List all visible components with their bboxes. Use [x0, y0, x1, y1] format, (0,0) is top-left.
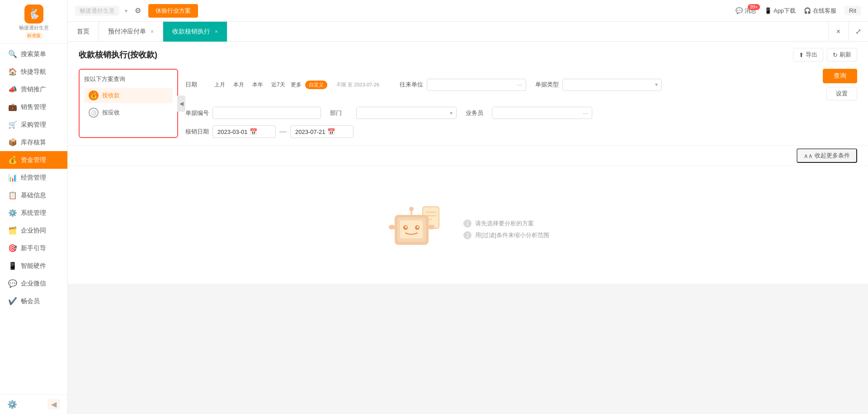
- sidebar-item-basic[interactable]: 📋 基础信息: [0, 186, 67, 204]
- setting-button[interactable]: 设置: [826, 87, 857, 100]
- verify-date-end-input[interactable]: 2023-07-21 📅: [290, 125, 354, 138]
- date-tag-this-year[interactable]: 本年: [250, 80, 266, 90]
- partner-dots-icon[interactable]: ···: [513, 81, 526, 88]
- date-tag-this-month[interactable]: 本月: [231, 80, 247, 90]
- sidebar-item-beginner[interactable]: 🎯 新手引导: [0, 239, 67, 257]
- tab-prepay[interactable]: 预付冲应付单 ×: [99, 22, 163, 42]
- sidebar-settings-icon[interactable]: ⚙️: [7, 400, 17, 409]
- dept-label: 部门: [330, 109, 353, 117]
- topbar-brand-text: 畅捷通好生意: [75, 6, 119, 16]
- filter-option-receivable-label: 按应收: [102, 109, 120, 117]
- page-header-actions: ⬆ 导出 ↻ 刷新: [793, 48, 857, 62]
- tab-receipt-cancel-label: 收款核销执行: [172, 28, 210, 36]
- sidebar-item-system[interactable]: ⚙️ 系统管理: [0, 204, 67, 222]
- voucher-type-select[interactable]: ▾: [562, 79, 662, 91]
- gear-icon[interactable]: ⚙: [135, 6, 141, 15]
- filter-voucher-no-field: 单据编号: [185, 107, 321, 119]
- empty-state: 1 请先选择要分析的方案 2 用[过滤]条件来缩小分析范围: [68, 166, 868, 284]
- sidebar-item-label: 智能硬件: [21, 262, 46, 270]
- employee-label: 业务员: [466, 109, 488, 117]
- sidebar-bottom: ⚙️ ◀: [0, 394, 67, 414]
- empty-illustration: [387, 202, 445, 257]
- sidebar-collapse-icon[interactable]: ◀: [47, 399, 60, 409]
- collapse-more-label: 收起更多条件: [815, 152, 850, 160]
- tab-receipt-cancel-close-icon[interactable]: ×: [215, 29, 218, 35]
- close-icon: ×: [836, 28, 840, 36]
- calendar-start-icon: 📅: [250, 128, 257, 135]
- export-button[interactable]: ⬆ 导出: [793, 48, 823, 62]
- filter-collapse-button[interactable]: ◀: [177, 95, 185, 112]
- sidebar-item-purchase[interactable]: 🛒 采购管理: [0, 116, 67, 133]
- verify-date-end-value: 2023-07-21: [295, 128, 326, 135]
- inventory-icon: 📦: [8, 138, 17, 147]
- finance-icon: 💰: [8, 156, 17, 164]
- app-download-button[interactable]: 📱 App下载: [764, 7, 796, 15]
- sidebar-item-weixin[interactable]: 💬 企业微信: [0, 275, 67, 292]
- partner-label: 往来单位: [400, 81, 423, 89]
- employee-select[interactable]: ···: [492, 107, 592, 119]
- empty-hint-2: 2 用[过滤]条件来缩小分析范围: [463, 231, 549, 239]
- date-more-button[interactable]: 更多: [291, 81, 302, 89]
- tab-receipt-cancel[interactable]: 收款核销执行 ×: [163, 22, 227, 42]
- filter-scheme-panel: 按以下方案查询 💰 按收款 🕒 按应收 ◀: [79, 69, 178, 138]
- dept-arrow-icon[interactable]: ▾: [446, 110, 456, 116]
- filter-verify-date-field: 核销日期 2023-03-01 📅 — 2023-07-21 📅: [185, 125, 354, 138]
- tab-prepay-close-icon[interactable]: ×: [151, 29, 154, 35]
- refresh-label: 刷新: [840, 51, 851, 59]
- date-tag-last-month[interactable]: 上月: [212, 80, 228, 90]
- solution-button[interactable]: 休验行业方案: [148, 4, 198, 18]
- voucher-type-input[interactable]: [563, 79, 651, 90]
- refresh-button[interactable]: ↻ 刷新: [827, 48, 857, 62]
- date-tag-7days[interactable]: 近7天: [269, 80, 288, 90]
- query-button[interactable]: 查询: [823, 69, 857, 83]
- page-title: 收款核销执行(按收款): [79, 49, 157, 60]
- sidebar-item-label: 畅会员: [21, 297, 40, 305]
- refresh-icon: ↻: [833, 52, 838, 58]
- marketing-icon: 📣: [8, 85, 17, 94]
- voucher-no-input[interactable]: [212, 107, 321, 119]
- user-menu[interactable]: Rit: [844, 6, 861, 15]
- sidebar-item-enterprise[interactable]: 🗂️ 企业协同: [0, 222, 67, 239]
- sidebar-item-sales[interactable]: 💼 销售管理: [0, 98, 67, 116]
- sidebar-nav: 🔍 搜索菜单 🏠 快捷导航 📣 营销推广 💼 销售管理 🛒 采购管理 📦 库存核…: [0, 43, 67, 394]
- employee-input[interactable]: [492, 107, 579, 119]
- sidebar-item-label: 企业协同: [21, 227, 46, 235]
- filter-option-by-receipt[interactable]: 💰 按收款: [84, 88, 173, 103]
- tab-home[interactable]: 首页: [68, 22, 99, 42]
- sidebar-item-label: 营销推广: [21, 86, 46, 94]
- home-icon: 🏠: [8, 67, 17, 76]
- filter-option-by-receivable[interactable]: 🕒 按应收: [84, 105, 173, 120]
- sidebar-item-business[interactable]: 📊 经营管理: [0, 169, 67, 186]
- sidebar-item-search[interactable]: 🔍 搜索菜单: [0, 45, 67, 63]
- sidebar-item-hardware[interactable]: 📱 智能硬件: [0, 257, 67, 275]
- sidebar-item-inventory[interactable]: 📦 库存核算: [0, 133, 67, 151]
- employee-dots-icon[interactable]: ···: [579, 109, 592, 117]
- sidebar-item-member[interactable]: ✔️ 畅会员: [0, 292, 67, 310]
- beginner-icon: 🎯: [8, 244, 17, 252]
- app-label: App下载: [774, 7, 796, 15]
- collapse-more-button[interactable]: ∧∧ 收起更多条件: [797, 148, 857, 163]
- message-button[interactable]: 💬 消息 99+: [736, 7, 756, 15]
- business-icon: 📊: [8, 173, 17, 182]
- page-header: 收款核销执行(按收款) ⬆ 导出 ↻ 刷新: [68, 42, 868, 62]
- verify-date-start-input[interactable]: 2023-03-01 📅: [212, 125, 276, 138]
- online-service-button[interactable]: 🎧 在线客服: [804, 7, 836, 15]
- filter-row-2: 单据编号 部门 ▾ 业务员 ···: [185, 107, 857, 119]
- empty-num-2: 2: [463, 231, 472, 239]
- chevron-down-icon[interactable]: ▾: [125, 8, 127, 14]
- basic-icon: 📋: [8, 191, 17, 200]
- dept-select[interactable]: ▾: [356, 107, 457, 119]
- sales-icon: 💼: [8, 103, 17, 111]
- dept-input[interactable]: [357, 107, 446, 119]
- tab-expand-button[interactable]: ⤢: [848, 22, 868, 42]
- voucher-type-arrow-icon[interactable]: ▾: [651, 81, 661, 88]
- date-custom-badge[interactable]: 自定义: [305, 81, 327, 89]
- sidebar-item-marketing[interactable]: 📣 营销推广: [0, 81, 67, 98]
- partner-select[interactable]: ···: [427, 79, 526, 91]
- tab-close-all-button[interactable]: ×: [828, 22, 848, 42]
- svg-rect-6: [400, 220, 423, 238]
- partner-input[interactable]: [427, 79, 513, 90]
- sidebar-item-finance[interactable]: 💰 资金管理: [0, 151, 67, 169]
- main-area: 畅捷通好生意 ▾ ⚙ 休验行业方案 💬 消息 99+ 📱 App下载 🎧 在线客…: [68, 0, 868, 414]
- sidebar-item-shortcut[interactable]: 🏠 快捷导航: [0, 63, 67, 81]
